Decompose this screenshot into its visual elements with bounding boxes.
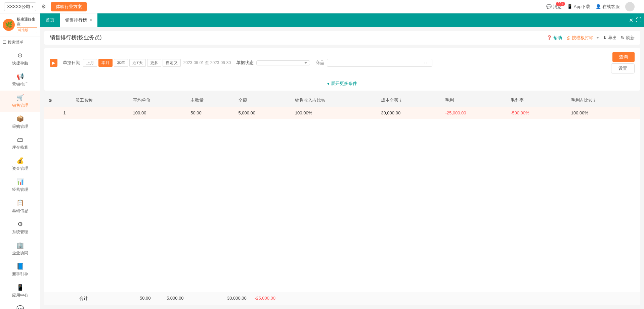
col-amount: 全额 [234,94,291,107]
table-empty-space [44,119,640,292]
trial-button[interactable]: 体验行业方案 [51,2,87,11]
date-btn-this-month[interactable]: 本月 [98,59,113,67]
filter-bar: ▶ 单据日期 上月 本月 本年 近7天 更多 自定义 2023-06-01 至 … [44,48,640,91]
row-gross-pct: 100.00% [567,107,640,119]
page-content: 销售排行榜(按业务员) ❓ 帮助 🖨 按模板打印 ⬇ 导出 [40,27,644,309]
app-download-button[interactable]: 📱 App下载 [567,4,590,10]
service-icon: 👤 [596,4,601,9]
date-btn-7days[interactable]: 近7天 [129,59,146,67]
search-icon: ☰ [3,40,6,45]
expand-toggle[interactable]: ▶ [50,59,57,67]
status-select[interactable] [256,60,310,65]
sidebar-logo: 🌿 畅康通好生意 标准版 [0,13,40,37]
guide-icon: 📘 [16,263,24,270]
tab-home[interactable]: 首页 [40,13,60,27]
tab-close-window-icon[interactable]: ✕ [629,17,633,23]
sidebar-item-label: 应用中心 [12,293,28,298]
sidebar-item-finance[interactable]: 💰 资金管理 [0,154,40,175]
goods-dots-icon: ··· [424,60,429,65]
logo-text: 畅康通好生意 [17,17,37,27]
page-title: 销售排行榜(按业务员) [50,34,102,41]
apps-icon: 📱 [16,284,24,291]
filter-divider [50,77,635,77]
goods-select[interactable]: ··· [327,59,432,67]
col-gross-rate: 毛利率 [507,94,567,107]
col-sales-pct: 销售收入占比% [291,94,377,107]
row-avg-price: 100.00 [129,107,187,119]
company-selector[interactable]: XXXXX公司 ▾ [4,2,36,11]
sidebar-item-operations[interactable]: 📊 经营管理 [0,175,40,196]
table-body: 1 100.00 50.00 5,000.00 100.00% 30,000.0… [44,107,640,119]
expand-conditions-button[interactable]: ▾ 展开更多条件 [327,81,357,87]
table-header-row: ⚙ 员工名称 平均单价 主数量 全额 销售收入占比% 成本全额 ℹ 毛利 毛利率… [44,94,640,107]
row-cost: 30,000.00 [377,107,441,119]
sidebar-item-nav[interactable]: ⊙ 快捷导航 [0,48,40,69]
avatar[interactable] [625,2,635,11]
status-filter: 单据状态 [236,60,310,66]
page-header: 销售排行榜(按业务员) ❓ 帮助 🖨 按模板打印 ⬇ 导出 [44,31,640,45]
table-section: ⚙ 员工名称 平均单价 主数量 全额 销售收入占比% 成本全额 ℹ 毛利 毛利率… [44,94,640,305]
sidebar-item-purchase[interactable]: 📦 采购管理 [0,112,40,133]
nav-icon: ⊙ [17,52,23,59]
query-button[interactable]: 查询 [612,52,635,62]
settings-icon[interactable]: ⚙ [39,2,48,11]
message-button[interactable]: 💬 消息 99+ [546,4,562,10]
col-settings: ⚙ [44,94,58,107]
app-icon: 📱 [567,4,572,9]
refresh-button[interactable]: ↻ 刷新 [621,35,635,41]
sidebar-item-system[interactable]: ⚙ 系统管理 [0,217,40,238]
sidebar-item-inventory[interactable]: 🗃 库存核算 [0,133,40,154]
help-icon: ❓ [547,35,552,40]
sidebar-item-label: 企业协同 [12,250,28,256]
sidebar-item-guide[interactable]: 📘 新手引导 [0,259,40,280]
tab-sales-ranking[interactable]: 销售排行榜 × [60,13,97,27]
refresh-icon: ↻ [621,35,625,40]
operations-icon: 📊 [16,178,24,186]
tab-fullscreen-icon[interactable]: ⛶ [636,17,641,23]
date-btn-this-year[interactable]: 本年 [114,59,128,67]
date-btn-custom[interactable]: 自定义 [163,59,181,67]
data-table: ⚙ 员工名称 平均单价 主数量 全额 销售收入占比% 成本全额 ℹ 毛利 毛利率… [44,94,640,119]
goods-filter: 商品 ··· [315,59,432,67]
print-button[interactable]: 🖨 按模板打印 [566,35,599,41]
expand-arrow-icon[interactable]: ▶ [50,59,57,67]
chevron-down-icon: ▾ [32,5,33,8]
grosspct-info-icon[interactable]: ℹ [594,98,595,103]
sidebar-item-label: 资金管理 [12,166,28,171]
footer-spacer-2 [62,296,75,302]
sidebar-item-marketing[interactable]: 📢 营销推广 [0,69,40,91]
date-btn-last-month[interactable]: 上月 [83,59,97,67]
footer-sales-pct [189,296,223,302]
export-button[interactable]: ⬇ 导出 [603,35,617,41]
sidebar-item-sales[interactable]: 🛒 销售管理 [0,91,40,112]
goods-label: 商品 [315,60,324,66]
online-service-button[interactable]: 👤 在线客服 [596,4,620,10]
logo-icon: 🌿 [3,19,15,31]
tab-bar: 首页 销售排行榜 × ✕ ⛶ [40,13,644,27]
sidebar-item-enterprise[interactable]: 🏢 企业协同 [0,238,40,259]
expand-icon: ▾ [327,81,330,86]
message-badge: 99+ [556,2,565,6]
row-settings [44,107,58,119]
finance-icon: 💰 [16,157,24,164]
sidebar-item-basic[interactable]: 📋 基础信息 [0,196,40,217]
sidebar-item-label: 系统管理 [12,229,28,235]
tab-close-icon[interactable]: × [90,18,92,22]
cost-info-icon[interactable]: ℹ [400,98,401,103]
sales-icon: 🛒 [16,94,24,101]
settings-button[interactable]: 设置 [611,63,635,73]
date-buttons: 上月 本月 本年 近7天 更多 自定义 [83,59,181,67]
date-btn-more[interactable]: 更多 [147,59,161,67]
footer-label: 合计 [75,296,109,302]
footer-cost: 30,000.00 [223,296,251,302]
sidebar-item-search[interactable]: ☰ 搜索菜单 [0,37,40,48]
sidebar-item-apps[interactable]: 📱 应用中心 [0,280,40,302]
col-cost: 成本全额 ℹ [377,94,441,107]
row-name [71,107,129,119]
help-button[interactable]: ❓ 帮助 [547,35,562,41]
filter-expand-row: ▾ 展开更多条件 [50,81,635,87]
col-gross-pct: 毛利占比% ℹ [567,94,640,107]
sidebar-item-label: 快捷导航 [12,60,28,66]
table-footer: 合计 50.00 5,000.00 30,000.00 -25,000.00 [44,292,640,305]
sidebar-item-wechat[interactable]: 💬 企业微信 [0,302,40,309]
